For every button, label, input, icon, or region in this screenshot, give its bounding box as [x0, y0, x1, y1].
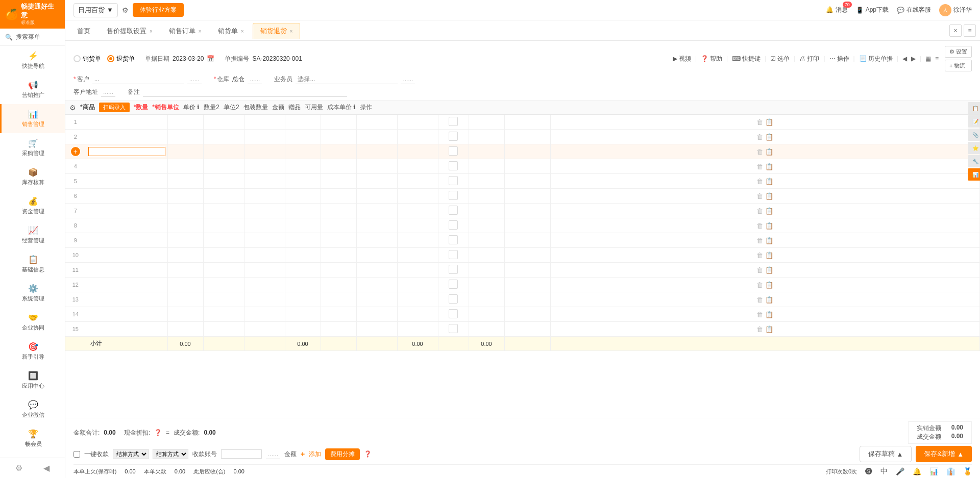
one-click-payment-checkbox[interactable] [74, 451, 80, 458]
delete-icon[interactable]: 🗑 [756, 192, 763, 200]
sidebar-item-quick-nav[interactable]: ⚡ 快捷导航 [0, 46, 65, 75]
pack-qty-cell[interactable] [356, 115, 397, 130]
copy-icon[interactable]: 📋 [765, 266, 773, 274]
sidebar-item-sales[interactable]: 📊 销售管理 [0, 104, 65, 133]
delete-icon[interactable]: 🗑 [756, 178, 763, 185]
float-btn-clipboard[interactable]: 📋 [968, 102, 980, 114]
float-btn-attachment[interactable]: 📎 [968, 129, 980, 141]
account-input[interactable] [221, 449, 262, 459]
save-draft-button[interactable]: 保存草稿 ▲ [860, 446, 912, 462]
copy-icon[interactable]: 📋 [765, 148, 773, 156]
gift-checkbox[interactable] [449, 294, 458, 304]
gift-checkbox[interactable] [449, 146, 458, 156]
copy-icon[interactable]: 📋 [765, 251, 773, 259]
tab-close-btn[interactable]: × [949, 24, 962, 37]
unit-price-cell[interactable] [244, 144, 285, 159]
logistics-button[interactable]: + 物流 [945, 60, 972, 71]
copy-icon[interactable]: 📋 [765, 118, 773, 126]
copy-icon[interactable]: 📋 [765, 325, 773, 333]
settings-button[interactable]: ⚙ 设置 [945, 46, 972, 58]
copy-icon[interactable]: 📋 [765, 178, 773, 185]
remarks-input[interactable] [143, 87, 347, 97]
gift-checkbox[interactable] [449, 206, 458, 215]
delete-icon[interactable]: 🗑 [756, 281, 763, 289]
gift-checkbox[interactable] [449, 235, 458, 244]
delete-icon[interactable]: 🗑 [756, 325, 763, 333]
notification-badge[interactable]: 🔔 70 消息 [826, 6, 847, 14]
fee-split-button[interactable]: 费用分摊 [325, 448, 360, 460]
sidebar-item-basic-info[interactable]: 📋 基础信息 [0, 249, 65, 279]
gift-checkbox[interactable] [449, 161, 458, 170]
sales-unit-cell[interactable] [203, 144, 244, 159]
qty2-cell[interactable] [285, 130, 321, 144]
copy-icon[interactable]: 📋 [765, 163, 773, 170]
gift-checkbox[interactable] [449, 220, 458, 230]
sales-order-close-icon[interactable]: × [199, 29, 202, 34]
amount-cell[interactable] [397, 144, 438, 159]
delete-icon[interactable]: 🗑 [756, 118, 763, 126]
qty2-cell[interactable] [285, 115, 321, 130]
float-btn-orange[interactable]: 📊 [968, 168, 980, 181]
toolbar-nav-prev[interactable]: ◀ [902, 55, 907, 62]
gift-checkbox[interactable] [449, 191, 458, 200]
sales-unit-cell[interactable] [203, 115, 244, 130]
toolbar-list-icon[interactable]: ≡ [935, 55, 939, 62]
amount-cell[interactable] [397, 115, 438, 130]
settings-icon[interactable]: ⚙ [15, 463, 22, 473]
header-settings-icon[interactable]: ⚙ [122, 6, 129, 14]
warehouse-dots[interactable]: ... [248, 74, 262, 84]
gift-checkbox[interactable] [449, 250, 458, 259]
user-info[interactable]: 人 徐泽华 [939, 4, 972, 16]
delete-icon[interactable]: 🗑 [756, 163, 763, 170]
gift-checkbox[interactable] [449, 324, 458, 333]
online-service-btn[interactable]: 💬 在线客服 [897, 6, 931, 14]
unit2-cell[interactable] [321, 144, 356, 159]
delete-icon[interactable]: 🗑 [756, 266, 763, 274]
toolbar-nav-next[interactable]: ▶ [911, 55, 916, 62]
toolbar-video[interactable]: ▶ 视频 [673, 55, 691, 63]
gift-checkbox[interactable] [449, 132, 458, 141]
add-amount-icon[interactable]: + [301, 450, 305, 458]
sidebar-item-wechat[interactable]: 💬 企业微信 [0, 395, 65, 424]
delete-icon[interactable]: 🗑 [756, 311, 763, 318]
amount-cell[interactable] [397, 130, 438, 144]
copy-icon[interactable]: 📋 [765, 311, 773, 318]
salesperson-dots[interactable]: ... [401, 74, 415, 84]
sales-delivery-close-icon[interactable]: × [241, 29, 244, 34]
copy-icon[interactable]: 📋 [765, 237, 773, 244]
price-setting-close-icon[interactable]: × [150, 29, 153, 34]
unit2-cell[interactable] [321, 115, 356, 130]
tab-sales-return[interactable]: 销货退货 × [253, 23, 301, 39]
unit-price-cell[interactable] [244, 130, 285, 144]
float-btn-custom[interactable]: 🔧 [968, 155, 980, 167]
toolbar-grid-icon[interactable]: ▦ [925, 55, 931, 62]
customer-dots[interactable]: ... [187, 74, 202, 84]
delete-icon[interactable]: 🗑 [756, 207, 763, 215]
salesperson-input[interactable] [296, 74, 398, 84]
pack-qty-cell[interactable] [356, 130, 397, 144]
industry-select[interactable]: 日用百货 ▼ [74, 3, 118, 17]
sidebar-item-inventory[interactable]: 📦 库存核算 [0, 162, 65, 191]
cost-price-cell[interactable] [504, 130, 550, 144]
tab-sales-delivery[interactable]: 销货单 × [210, 23, 252, 39]
experience-button[interactable]: 体验行业方案 [133, 3, 184, 17]
gift-checkbox[interactable] [449, 265, 458, 274]
sidebar-item-newbie[interactable]: 🎯 新手引导 [0, 337, 65, 366]
product-cell-active[interactable] [86, 144, 167, 159]
gift-checkbox[interactable] [449, 280, 458, 289]
quantity-cell[interactable] [167, 130, 203, 144]
scan-input-button[interactable]: 扫码录入 [99, 103, 130, 112]
tab-sales-order[interactable]: 销售订单 × [161, 23, 209, 39]
tab-home[interactable]: 首页 [69, 23, 98, 39]
sidebar-item-marketing[interactable]: 📢 营销推广 [0, 75, 65, 104]
settlement-method-select[interactable]: 结算方式 [113, 449, 149, 459]
pack-qty-cell[interactable] [356, 144, 397, 159]
delete-icon[interactable]: 🗑 [756, 133, 763, 141]
radio-sales-return[interactable]: 退货单 [107, 55, 135, 63]
available-cell[interactable] [469, 115, 504, 130]
gift-checkbox[interactable] [449, 309, 458, 318]
calculation-method-select[interactable]: 结算方式 [153, 449, 188, 459]
cost-price-cell[interactable] [504, 144, 550, 159]
sidebar-item-app-center[interactable]: 🔲 应用中心 [0, 366, 65, 395]
sidebar-item-operation[interactable]: 📈 经营管理 [0, 220, 65, 249]
